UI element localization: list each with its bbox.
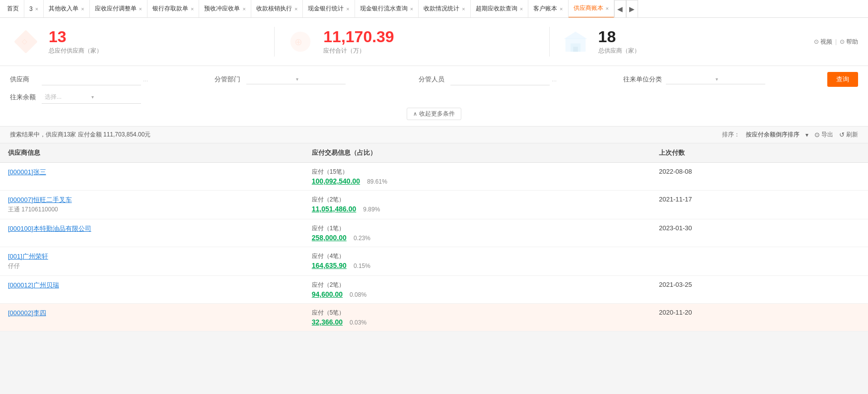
- nav-tab-cash-query-close[interactable]: ×: [410, 6, 413, 12]
- last-payment-date-0: 2022-08-08: [659, 168, 692, 175]
- nav-tab-pre-collect-close[interactable]: ×: [242, 6, 245, 12]
- video-link[interactable]: 视频: [820, 38, 832, 46]
- tx-amount-3[interactable]: 164,635.90: [312, 262, 347, 269]
- filter-person: 分管人员 ...: [419, 74, 618, 85]
- nav-prev-button[interactable]: ◀: [614, 0, 626, 18]
- payable-suppliers-number: 13: [49, 29, 102, 45]
- filter-category-label: 往来单位分类: [623, 75, 662, 84]
- nav-tab-verify-close[interactable]: ×: [294, 6, 297, 12]
- supplier-cell-3: [001]广州荣轩仔仔: [0, 247, 304, 276]
- table-row: [000001]张三应付（15笔）100,092,540.0089.61%202…: [0, 163, 868, 191]
- nav-tab-overdue[interactable]: 超期应收款查询 ×: [471, 0, 528, 18]
- nav-tab-verify-label: 收款核销执行: [256, 4, 292, 13]
- supplier-cell-2: [000100]本特勤油品有限公司: [0, 219, 304, 247]
- tx-percent-4: 0.08%: [350, 291, 366, 298]
- nav-tab-3[interactable]: 3 ×: [24, 0, 44, 18]
- nav-tab-customer-book-close[interactable]: ×: [560, 6, 563, 12]
- nav-tab-cash-stat-close[interactable]: ×: [346, 6, 349, 12]
- supplier-link-3[interactable]: [001]广州荣轩: [8, 253, 48, 260]
- filter-person-label: 分管人员: [419, 75, 446, 84]
- last-payment-date-5: 2020-11-20: [659, 309, 692, 316]
- tx-label-2: 应付（1笔）: [312, 224, 643, 233]
- payable-amount-label: 应付合计（万）: [323, 47, 394, 55]
- nav-tab-collect-stat[interactable]: 收款情况统计 ×: [419, 0, 470, 18]
- collapse-button[interactable]: ∧ 收起更多条件: [407, 108, 461, 120]
- payable-suppliers-label: 总应付供应商（家）: [49, 47, 102, 55]
- last-payment-cell-1: 2021-11-17: [651, 191, 868, 219]
- nav-tab-overdue-close[interactable]: ×: [520, 6, 523, 12]
- last-payment-cell-2: 2023-01-30: [651, 219, 868, 247]
- last-payment-date-4: 2021-03-25: [659, 281, 692, 288]
- refresh-button[interactable]: ↺ 刷新: [839, 131, 858, 139]
- category-caret-icon: ▾: [716, 76, 762, 82]
- nav-tab-customer-book-label: 客户账本: [533, 4, 557, 13]
- sort-caret-icon: ▾: [805, 131, 808, 138]
- tx-amount-1[interactable]: 11,051,486.00: [312, 205, 357, 213]
- export-button[interactable]: ⊙ 导出: [814, 131, 833, 139]
- result-text: 搜索结果中，供应商13家 应付金额 111,703,854.00元: [10, 131, 150, 139]
- tx-label-3: 应付（4笔）: [312, 252, 643, 261]
- nav-tab-3-label: 3: [29, 5, 33, 12]
- tx-amount-2[interactable]: 258,000.00: [312, 234, 347, 242]
- circle-video-icon: ⊙: [814, 38, 819, 45]
- tx-amount-5[interactable]: 32,366.00: [312, 318, 343, 326]
- tx-label-5: 应付（5笔）: [312, 309, 643, 317]
- filter-balance-label: 往来余额: [10, 93, 38, 102]
- sort-label: 排序：: [722, 131, 740, 139]
- nav-tab-3-close[interactable]: ×: [35, 6, 38, 12]
- nav-tab-bank[interactable]: 银行存取款单 ×: [147, 0, 199, 18]
- person-input[interactable]: [450, 74, 550, 85]
- nav-tab-other-income-label: 其他收入单: [49, 4, 78, 13]
- shop-icon: [560, 26, 591, 58]
- filter-area: 供应商 ... 分管部门 ▾ 分管人员 ... 往来单位分类 ▾ 查询: [0, 66, 868, 127]
- tx-label-1: 应付（2笔）: [312, 196, 643, 204]
- sort-value[interactable]: 按应付余额倒序排序: [746, 131, 799, 139]
- nav-tab-adjust-close[interactable]: ×: [139, 6, 142, 12]
- total-suppliers-number: 18: [598, 29, 640, 45]
- nav-tab-other-income[interactable]: 其他收入单 ×: [44, 0, 89, 18]
- table-row: [000012]广州贝瑞应付（2笔）94,600.000.08%2021-03-…: [0, 276, 868, 304]
- help-link[interactable]: 帮助: [846, 38, 858, 46]
- balance-select[interactable]: 选择... ▾: [42, 91, 141, 104]
- last-payment-cell-3: [651, 247, 868, 276]
- result-bar-right: 排序： 按应付余额倒序排序 ▾ ⊙ 导出 ↺ 刷新: [722, 131, 858, 139]
- balance-caret-icon: ▾: [91, 94, 138, 100]
- nav-tab-bank-close[interactable]: ×: [191, 6, 194, 12]
- supplier-input[interactable]: [42, 74, 141, 85]
- nav-tab-cash-stat[interactable]: 现金银行统计 ×: [303, 0, 355, 18]
- nav-tab-adjust-label: 应收应付调整单: [95, 4, 137, 13]
- supplier-link-4[interactable]: [000012]广州贝瑞: [8, 281, 59, 289]
- nav-tab-collect-stat-close[interactable]: ×: [462, 6, 465, 12]
- card-payable-amount-text: 11,170.39 应付合计（万）: [323, 29, 394, 55]
- nav-tab-home[interactable]: 首页: [2, 0, 24, 18]
- supplier-link-0[interactable]: [000001]张三: [8, 168, 46, 176]
- nav-tab-other-income-close[interactable]: ×: [81, 6, 84, 12]
- last-payment-cell-0: 2022-08-08: [651, 163, 868, 191]
- tx-amount-0[interactable]: 100,092,540.00: [312, 177, 360, 185]
- supplier-link-5[interactable]: [000002]李四: [8, 309, 46, 317]
- supplier-link-2[interactable]: [000100]本特勤油品有限公司: [8, 225, 91, 232]
- supplier-link-1[interactable]: [000007]恒旺二手叉车: [8, 196, 72, 203]
- nav-tab-cash-query[interactable]: 现金银行流水查询 ×: [355, 0, 419, 18]
- summary-card-total-suppliers: 18 总供应商（家）: [560, 26, 814, 58]
- col-supplier-info: 供应商信息: [0, 143, 304, 163]
- tx-percent-1: 9.89%: [363, 206, 380, 213]
- category-select[interactable]: ▾: [666, 74, 765, 84]
- top-right-links: ⊙ 视频 | ⊙ 帮助: [814, 38, 858, 46]
- nav-tab-supplier-book-close[interactable]: ×: [606, 5, 609, 11]
- nav-tab-adjust[interactable]: 应收应付调整单 ×: [90, 0, 147, 18]
- tx-amount-4[interactable]: 94,600.00: [312, 290, 343, 298]
- result-bar: 搜索结果中，供应商13家 应付金额 111,703,854.00元 排序： 按应…: [0, 127, 868, 143]
- nav-tab-overdue-label: 超期应收款查询: [476, 4, 517, 13]
- table-row: [000007]恒旺二手叉车王通 17106110000应付（2笔）11,051…: [0, 191, 868, 219]
- query-button[interactable]: 查询: [827, 72, 858, 87]
- table-row: [000002]李四应付（5笔）32,366.000.03%2020-11-20: [0, 304, 868, 331]
- nav-tab-pre-collect[interactable]: 预收冲应收单 ×: [199, 0, 251, 18]
- nav-tab-verify[interactable]: 收款核销执行 ×: [251, 0, 303, 18]
- nav-next-button[interactable]: ▶: [626, 0, 638, 18]
- filter-category: 往来单位分类 ▾: [623, 74, 823, 84]
- last-payment-cell-4: 2021-03-25: [651, 276, 868, 304]
- nav-tab-supplier-book[interactable]: 供应商账本 ×: [569, 0, 614, 18]
- dept-select[interactable]: ▾: [246, 74, 346, 84]
- nav-tab-customer-book[interactable]: 客户账本 ×: [528, 0, 568, 18]
